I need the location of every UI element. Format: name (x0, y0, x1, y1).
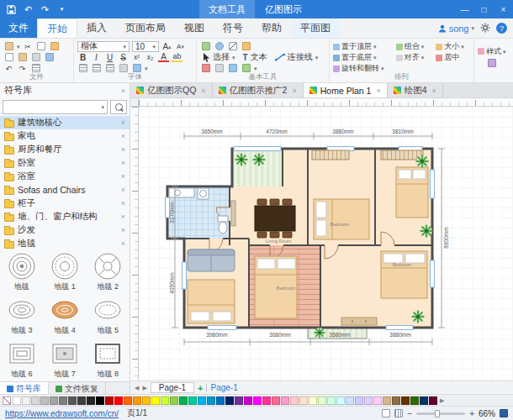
paste-caret-icon[interactable]: ▾ (17, 44, 20, 50)
superscript-button[interactable]: x² (131, 52, 142, 62)
cut-button[interactable]: ✂ (23, 41, 34, 51)
grow-font-button[interactable]: A▴ (161, 41, 172, 51)
ribbon-tab-view[interactable]: 视图 (175, 18, 214, 38)
style-button[interactable]: 样式▾ (478, 47, 506, 56)
color-swatch[interactable] (290, 396, 299, 405)
symbol-item[interactable]: 地毯 2 (87, 250, 130, 294)
current-page-label[interactable]: Page-1 (210, 383, 237, 392)
library-item[interactable]: 地毯× (0, 237, 130, 250)
color-swatch[interactable] (253, 396, 262, 405)
close-library-icon[interactable]: × (121, 132, 125, 140)
close-doc-icon[interactable]: × (432, 87, 436, 95)
minimize-button[interactable]: — (455, 0, 474, 18)
close-button[interactable]: × (494, 0, 513, 18)
zoom-slider-thumb[interactable] (435, 410, 440, 417)
color-swatch[interactable] (355, 396, 363, 405)
add-page-button[interactable]: + (198, 383, 203, 393)
color-swatch[interactable] (59, 396, 67, 405)
symbol-item[interactable]: 地毯 8 (87, 338, 130, 381)
color-swatch[interactable] (114, 396, 123, 405)
color-swatch[interactable] (420, 396, 428, 405)
next-page-button[interactable]: ▶ (142, 385, 146, 391)
floor-plan-drawing[interactable]: 3650mm 4720mm 3880mm 3810mm 3980mm 3680m… (161, 123, 482, 374)
line-tool-button[interactable] (227, 41, 238, 51)
underline-button[interactable]: U (104, 52, 115, 62)
color-swatch[interactable] (364, 396, 373, 405)
undo-button[interactable]: ↶ (21, 3, 35, 17)
page-tab[interactable]: Page-1 (151, 382, 194, 393)
color-swatch[interactable] (216, 396, 225, 405)
color-swatch[interactable] (429, 396, 437, 405)
settings-button[interactable] (480, 23, 490, 34)
size-button[interactable]: 大小▾ (436, 42, 470, 51)
font-name-select[interactable]: 楷体 ▾ (77, 41, 130, 52)
color-swatch[interactable] (225, 396, 234, 405)
tools-caret-icon[interactable]: ▾ (254, 66, 257, 71)
color-swatch[interactable] (318, 396, 326, 405)
fullscreen-icon[interactable] (500, 409, 508, 417)
grid-view-icon[interactable] (394, 409, 403, 417)
color-swatch[interactable] (299, 396, 308, 405)
close-doc-icon[interactable]: × (292, 87, 296, 95)
tv-cabinet[interactable] (231, 201, 235, 226)
dresser[interactable] (341, 318, 377, 325)
color-swatch[interactable] (142, 396, 151, 405)
color-swatch[interactable] (346, 396, 354, 405)
symbol-item[interactable]: 地毯 1 (43, 250, 86, 294)
bed[interactable] (188, 280, 235, 323)
group-button[interactable]: 组合▾ (396, 42, 431, 51)
wardrobe[interactable] (312, 150, 349, 160)
color-swatch[interactable] (124, 396, 132, 405)
close-library-icon[interactable]: × (121, 145, 125, 154)
library-item[interactable]: 厨房和餐厅× (0, 143, 130, 156)
doc-tab[interactable]: 亿图图示QQ× (130, 83, 213, 97)
bed[interactable] (381, 251, 427, 298)
ruler-corner[interactable] (130, 98, 139, 107)
close-library-icon[interactable]: × (121, 226, 125, 234)
print-button[interactable] (30, 52, 41, 62)
color-swatch[interactable] (50, 396, 58, 405)
color-swatch[interactable] (40, 396, 49, 405)
copy-button[interactable] (36, 41, 47, 51)
font-color-button[interactable]: A (158, 52, 169, 62)
ribbon-tab-symbols[interactable]: 符号 (214, 18, 252, 38)
library-item[interactable]: 墙、门、窗户和结构× (0, 210, 130, 223)
color-swatch[interactable] (31, 396, 40, 405)
library-item[interactable]: 浴室× (0, 170, 130, 183)
shrink-font-button[interactable]: A▾ (175, 41, 186, 51)
color-swatch[interactable] (77, 396, 86, 405)
close-doc-icon[interactable]: × (376, 87, 380, 95)
vertical-ruler[interactable] (130, 107, 139, 381)
prev-page-button[interactable]: ◀ (135, 385, 139, 391)
color-swatch[interactable] (96, 396, 104, 405)
collapse-panel-icon[interactable]: « (121, 87, 125, 95)
library-select-combobox[interactable]: ▾ (3, 100, 108, 114)
symbol-item[interactable]: 地毯 5 (87, 294, 130, 338)
color-swatch[interactable] (410, 396, 419, 405)
library-item[interactable]: 建筑物核心× (0, 116, 130, 129)
bold-button[interactable]: B (77, 52, 88, 62)
send-to-back-button[interactable]: 置于底层▾ (333, 53, 390, 62)
help-button[interactable]: ? (496, 23, 507, 34)
symbol-item[interactable]: 地毯 7 (43, 338, 86, 381)
color-swatch[interactable] (161, 396, 169, 405)
close-doc-icon[interactable]: × (201, 87, 205, 95)
text-tool-button[interactable]: T 文本 (241, 52, 270, 63)
zoom-slider[interactable] (416, 412, 465, 415)
save-button[interactable] (4, 3, 19, 17)
tab-file-recovery[interactable]: 文件恢复 (49, 382, 106, 394)
wardrobe[interactable] (381, 150, 423, 160)
color-swatch[interactable] (151, 396, 160, 405)
user-account-button[interactable]: song ▾ (438, 24, 474, 34)
center-button[interactable]: 居中 (436, 53, 470, 62)
symbol-item[interactable]: 地毯 6 (0, 338, 43, 381)
color-swatch[interactable] (244, 396, 252, 405)
color-swatch[interactable] (188, 396, 197, 405)
format-painter-button[interactable] (50, 41, 61, 51)
ribbon-tab-floor-plan[interactable]: 平面图 (291, 18, 340, 38)
symbol-item[interactable]: 地毯 4 (43, 294, 86, 338)
library-item[interactable]: 卧室× (0, 156, 130, 170)
document-tools-context-tab[interactable]: 文档工具 (199, 0, 255, 18)
zoom-in-button[interactable]: + (469, 409, 474, 418)
color-swatch[interactable] (401, 396, 410, 405)
